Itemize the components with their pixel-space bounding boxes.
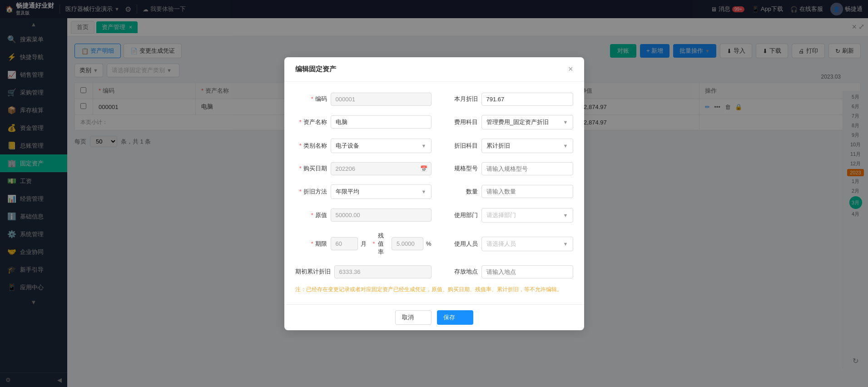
category-select[interactable]: 电子设备 ▼ xyxy=(331,139,432,153)
depreciation-method-select[interactable]: 年限平均 ▼ xyxy=(331,184,432,199)
asset-name-input[interactable] xyxy=(331,115,432,129)
depreciation-account-select[interactable]: 累计折旧 ▼ xyxy=(481,139,573,153)
expense-account-value: 管理费用_固定资产折旧 xyxy=(486,118,549,126)
department-chevron-icon: ▼ xyxy=(563,213,568,218)
form-item-user: 使用人员 请选择人员 ▼ xyxy=(446,232,573,256)
depreciation-method-label: * 折旧方法 xyxy=(295,188,327,196)
code-input[interactable] xyxy=(331,93,432,106)
department-label: 使用部门 xyxy=(446,211,478,219)
depreciation-method-chevron-icon: ▼ xyxy=(422,189,427,194)
quantity-label: 数量 xyxy=(446,188,478,196)
form-item-purchase-date: * 购买日期 📅 xyxy=(295,162,432,175)
form-item-category: * 类别名称 电子设备 ▼ xyxy=(295,139,432,153)
form-item-department: 使用部门 请选择部门 ▼ xyxy=(446,208,573,223)
form-item-monthly-depreciation: 本月折旧 xyxy=(446,93,573,106)
depreciation-account-chevron-icon: ▼ xyxy=(563,143,568,149)
accumulated-depreciation-input[interactable] xyxy=(334,265,432,278)
calendar-icon[interactable]: 📅 xyxy=(417,165,431,172)
category-value: 电子设备 xyxy=(336,142,359,150)
expense-account-label: 费用科目 xyxy=(446,118,478,126)
period-group: 月 * 残值率 % xyxy=(331,232,432,256)
code-label: * 编码 xyxy=(295,95,327,103)
purchase-date-wrap: 📅 xyxy=(331,162,432,175)
edit-asset-modal: 编辑固定资产 × * 编码 本月折旧 xyxy=(284,57,584,330)
accumulated-depreciation-label: 期初累计折旧 xyxy=(295,268,331,276)
form-item-spec-model: 规格型号 xyxy=(446,162,573,175)
department-placeholder: 请选择部门 xyxy=(486,211,516,219)
residual-rate-unit: % xyxy=(426,240,432,247)
modal-close-button[interactable]: × xyxy=(568,64,573,74)
user-select[interactable]: 请选择人员 ▼ xyxy=(481,237,573,251)
modal-title: 编辑固定资产 xyxy=(295,65,336,74)
modal-overlay: 编辑固定资产 × * 编码 本月折旧 xyxy=(0,0,868,387)
original-value-input[interactable] xyxy=(331,208,432,222)
original-value-label: * 原值 xyxy=(295,211,327,219)
modal-form: * 编码 本月折旧 * 资产名称 费用科目 xyxy=(295,93,573,278)
category-chevron-icon: ▼ xyxy=(422,143,427,149)
period-input[interactable] xyxy=(331,237,358,250)
spec-model-input[interactable] xyxy=(481,162,573,175)
user-placeholder: 请选择人员 xyxy=(486,240,516,248)
period-label: * 期限 xyxy=(295,240,327,248)
form-item-storage: 存放地点 xyxy=(446,265,573,278)
modal-footer: 取消 保存 xyxy=(284,304,584,330)
expense-account-select[interactable]: 管理费用_固定资产折旧 ▼ xyxy=(481,115,573,129)
form-item-expense-account: 费用科目 管理费用_固定资产折旧 ▼ xyxy=(446,115,573,129)
monthly-depreciation-label: 本月折旧 xyxy=(446,95,478,103)
form-item-depreciation-method: * 折旧方法 年限平均 ▼ xyxy=(295,184,432,199)
save-button[interactable]: 保存 xyxy=(437,310,473,325)
user-chevron-icon: ▼ xyxy=(563,241,568,247)
residual-rate-label: 残值率 xyxy=(378,232,389,256)
form-item-quantity: 数量 xyxy=(446,184,573,199)
spec-model-label: 规格型号 xyxy=(446,164,478,173)
form-item-accumulated-depreciation: 期初累计折旧 xyxy=(295,265,432,278)
form-item-depreciation-account: 折旧科目 累计折旧 ▼ xyxy=(446,139,573,153)
modal-header: 编辑固定资产 × xyxy=(284,57,584,82)
depreciation-account-label: 折旧科目 xyxy=(446,142,478,150)
form-item-period: * 期限 月 * 残值率 % xyxy=(295,232,432,256)
depreciation-method-value: 年限平均 xyxy=(336,188,359,196)
quantity-input[interactable] xyxy=(481,185,573,198)
purchase-date-input[interactable] xyxy=(331,163,417,175)
monthly-depreciation-input[interactable] xyxy=(481,93,573,106)
asset-name-label: * 资产名称 xyxy=(295,118,327,126)
form-item-code: * 编码 xyxy=(295,93,432,106)
department-select[interactable]: 请选择部门 ▼ xyxy=(481,208,573,223)
modal-body: * 编码 本月折旧 * 资产名称 费用科目 xyxy=(284,82,584,304)
form-item-asset-name: * 资产名称 xyxy=(295,115,432,129)
modal-note: 注：已经存在变更记录或者对应固定资产已经生成凭证，原值、购买日期、残值率、累计折… xyxy=(295,286,573,293)
storage-label: 存放地点 xyxy=(446,268,478,276)
cancel-button[interactable]: 取消 xyxy=(395,310,432,325)
period-unit: 月 xyxy=(361,240,367,248)
residual-rate-input[interactable] xyxy=(392,237,423,250)
depreciation-account-value: 累计折旧 xyxy=(486,142,510,150)
user-label: 使用人员 xyxy=(446,240,478,248)
expense-account-chevron-icon: ▼ xyxy=(563,119,568,125)
purchase-date-label: * 购买日期 xyxy=(295,164,327,173)
form-item-original-value: * 原值 xyxy=(295,208,432,223)
storage-input[interactable] xyxy=(481,265,573,278)
category-label: * 类别名称 xyxy=(295,142,327,150)
